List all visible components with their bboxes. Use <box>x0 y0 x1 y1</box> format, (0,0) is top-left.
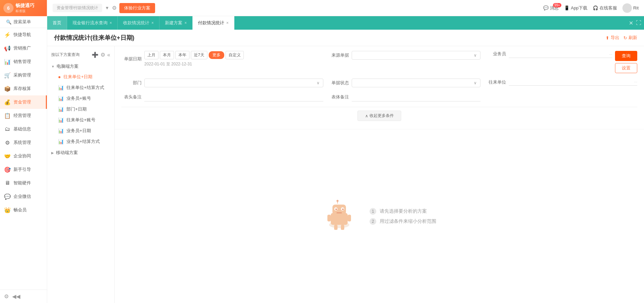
bank-flow-close-icon[interactable]: × <box>110 21 112 25</box>
settings-icon[interactable]: ⚙ <box>4 293 9 300</box>
settings-button[interactable]: 设置 <box>615 63 637 73</box>
empty-tips: 1 请先选择要分析的方案 2 用过滤条件来缩小分析范围 <box>370 208 436 225</box>
scheme-item-counterparty-settlement[interactable]: 📊 往来单位+结算方式 <box>50 82 112 93</box>
empty-tip-1: 1 请先选择要分析的方案 <box>370 208 436 215</box>
refresh-button[interactable]: ↻ 刷新 <box>623 35 637 41</box>
tab-new-scheme[interactable]: 新建方案 × <box>159 16 193 30</box>
sidebar-label-quick-nav: 快捷导航 <box>13 32 31 38</box>
trial-button[interactable]: 体验行业方案 <box>119 3 155 13</box>
sidebar-item-operation[interactable]: 📋 经营管理 <box>0 109 47 122</box>
sidebar: 6 畅捷通巧 标准版 🔍 搜索菜单 ⚡ 快捷导航 📢 营销推广 📊 销售管理 🛒… <box>0 0 47 303</box>
source-doc-select[interactable]: ∨ <box>352 51 480 60</box>
tab-bank-flow[interactable]: 现金银行流水查询 × <box>67 16 118 30</box>
dept-filter: 部门 ∨ <box>121 79 323 87</box>
app-download-button[interactable]: 📱 App下载 <box>564 5 587 11</box>
add-scheme-icon[interactable]: ➕ <box>92 52 98 58</box>
salesperson-input[interactable]: ··· <box>509 51 612 58</box>
empty-state: 1 请先选择要分析的方案 2 用过滤条件来缩小分析范围 <box>322 200 436 233</box>
search-menu-label: 搜索菜单 <box>13 19 31 25</box>
salesperson-filter: 业务员 ··· 查询 设置 <box>486 51 637 73</box>
maximize-tab-icon[interactable]: ⛶ <box>636 20 641 26</box>
sidebar-item-guide[interactable]: 🎯 新手引导 <box>0 163 47 176</box>
payment-stats-tab-label: 付款情况统计 <box>198 20 224 26</box>
sidebar-item-finance[interactable]: 💰 资金管理 <box>0 95 47 109</box>
date-opt-last-month[interactable]: 上月 <box>144 51 158 59</box>
tab-receipt-stats[interactable]: 收款情况统计 × <box>118 16 159 30</box>
messages-button[interactable]: 💬 消息 99+ <box>543 5 559 11</box>
messages-badge: 99+ <box>553 3 561 7</box>
sidebar-item-member[interactable]: 👑 畅会员 <box>0 203 47 217</box>
scheme-actions: ➕ ⚙ « <box>92 52 110 58</box>
search-menu[interactable]: 🔍 搜索菜单 <box>0 16 47 28</box>
table-body-note-label: 表体备注 <box>329 94 349 100</box>
date-opt-this-year[interactable]: 本年 <box>175 51 189 59</box>
payment-stats-close-icon[interactable]: × <box>226 21 229 25</box>
breadcrumb-dropdown-icon[interactable]: ▼ <box>105 5 109 10</box>
date-opt-this-month[interactable]: 本月 <box>160 51 174 59</box>
new-scheme-close-icon[interactable]: × <box>184 21 187 25</box>
date-opt-more[interactable]: 更多 <box>209 51 224 59</box>
sidebar-item-inventory[interactable]: 📦 库存核算 <box>0 82 47 95</box>
tip-1-num: 1 <box>370 208 376 215</box>
tab-bar: 首页 现金银行流水查询 × 收款情况统计 × 新建方案 × 付款情况统计 × ✕… <box>47 16 644 30</box>
doc-status-select[interactable]: ∨ <box>352 79 480 87</box>
tab-payment-stats[interactable]: 付款情况统计 × <box>193 16 234 30</box>
sidebar-item-marketing[interactable]: 📢 营销推广 <box>0 41 47 55</box>
collapse-button[interactable]: ∧ 收起更多条件 <box>357 111 401 121</box>
counterparty-input[interactable]: ··· <box>509 79 637 86</box>
scheme-item-staff-date[interactable]: 📊 业务员+日期 <box>50 125 112 136</box>
message-icon: 💬 <box>543 5 549 10</box>
sidebar-collapse-icon[interactable]: ◀◀ <box>12 293 20 300</box>
scheme-item-staff-settlement[interactable]: 📊 业务员+结算方式 <box>50 136 112 147</box>
collapse-label: 收起更多条件 <box>370 113 394 119</box>
doc-status-chevron: ∨ <box>474 81 477 85</box>
date-opt-7days[interactable]: 近7天 <box>191 51 207 59</box>
sidebar-nav: ⚡ 快捷导航 📢 营销推广 📊 销售管理 🛒 采购管理 📦 库存核算 💰 资金管… <box>0 28 47 290</box>
sidebar-item-corp-wechat[interactable]: 💬 企业微信 <box>0 190 47 203</box>
bank-flow-tab-label: 现金银行流水查询 <box>72 20 108 26</box>
table-body-note-input[interactable] <box>352 93 480 101</box>
receipt-stats-close-icon[interactable]: × <box>151 21 154 25</box>
member-icon: 👑 <box>4 207 11 213</box>
close-tab-icon[interactable]: ✕ <box>629 20 633 26</box>
filter-row-3: 表头备注 表体备注 <box>121 93 637 101</box>
sidebar-label-marketing: 营销推广 <box>13 45 31 51</box>
table-header-note-filter: 表头备注 <box>121 93 323 101</box>
sidebar-label-smart-hw: 智能硬件 <box>13 180 31 186</box>
svg-point-13 <box>336 200 339 202</box>
table-header-note-input[interactable] <box>144 93 323 101</box>
sidebar-item-system[interactable]: ⚙ 系统管理 <box>0 136 47 149</box>
app-edition: 标准版 <box>16 9 34 13</box>
guide-icon: 🎯 <box>4 166 11 173</box>
desktop-group-header[interactable]: ▼ 电脑端方案 <box>50 61 112 71</box>
online-service-button[interactable]: 🎧 在线客服 <box>593 5 617 11</box>
user-avatar[interactable]: Rit <box>622 3 639 13</box>
scheme-item-dept-date[interactable]: 📊 部门+日期 <box>50 104 112 115</box>
tip-2-text: 用过滤条件来缩小分析范围 <box>380 218 436 224</box>
sidebar-item-basic-info[interactable]: 🗂 基础信息 <box>0 122 47 136</box>
scheme-item-staff-account[interactable]: 📊 业务员+账号 <box>50 93 112 104</box>
sidebar-item-cooperation[interactable]: 🤝 企业协同 <box>0 149 47 163</box>
sidebar-item-quick-nav[interactable]: ⚡ 快捷导航 <box>0 28 47 41</box>
config-scheme-icon[interactable]: ⚙ <box>100 52 105 58</box>
sidebar-label-basic-info: 基础信息 <box>13 126 31 132</box>
svg-rect-9 <box>348 215 351 221</box>
staff-account-label: 业务员+账号 <box>66 95 91 101</box>
salesperson-dots: ··· <box>609 52 612 56</box>
tab-home[interactable]: 首页 <box>47 16 67 30</box>
collapse-scheme-icon[interactable]: « <box>107 52 110 58</box>
tab-bar-actions: ✕ ⛶ <box>626 16 644 30</box>
sidebar-item-smart-hw[interactable]: 🖥 智能硬件 <box>0 176 47 190</box>
header-gear-icon[interactable]: ⚙ <box>112 5 117 11</box>
export-button[interactable]: ⬆ 导出 <box>606 35 619 41</box>
date-opt-custom[interactable]: 自定义 <box>226 51 244 59</box>
sidebar-label-corp-wechat: 企业微信 <box>13 193 31 200</box>
smart-hw-icon: 🖥 <box>4 180 11 186</box>
dept-select[interactable]: ∨ <box>144 79 323 87</box>
scheme-item-counterparty-account[interactable]: 📊 往来单位+账号 <box>50 115 112 125</box>
sidebar-item-sales[interactable]: 📊 销售管理 <box>0 55 47 68</box>
sidebar-item-purchase[interactable]: 🛒 采购管理 <box>0 68 47 82</box>
scheme-item-counterparty-date[interactable]: ● 往来单位+日期 <box>50 71 112 82</box>
mobile-scheme-group[interactable]: ▶ 移动端方案 <box>50 147 114 158</box>
query-button[interactable]: 查询 <box>615 51 637 61</box>
